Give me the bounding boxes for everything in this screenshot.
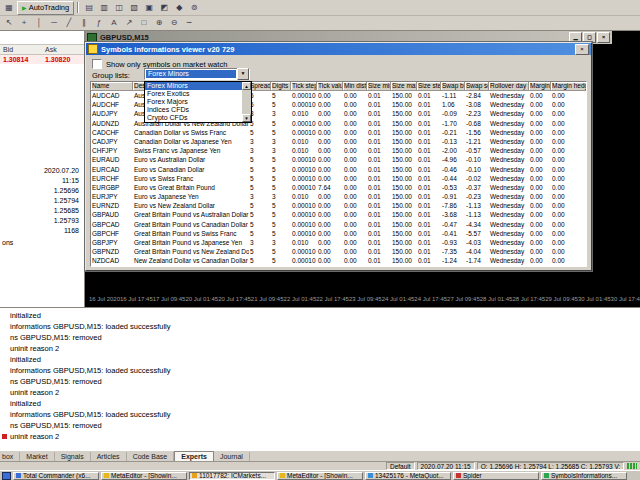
dropdown-scrollbar[interactable]: ▲ ▼: [242, 82, 251, 122]
profile-segment[interactable]: Default: [386, 462, 415, 470]
datetime-segment: 2020.07.20 11:15: [417, 462, 475, 470]
shapes-icon[interactable]: □: [137, 17, 151, 29]
data-window-icon[interactable]: ◫: [112, 2, 126, 14]
table-cell: 0.00: [343, 192, 367, 201]
zoom-out-icon[interactable]: ⊖: [167, 17, 181, 29]
column-header[interactable]: Size min: [367, 82, 391, 91]
group-lists-label: Group lists:: [92, 71, 130, 80]
arrow-icon[interactable]: ↗: [122, 17, 136, 29]
fibonacci-icon[interactable]: ƒ: [92, 17, 106, 29]
table-row[interactable]: EURNZDEuro vs New Zealand Dollar550.0001…: [91, 201, 586, 210]
column-header[interactable]: Margin hedge: [551, 82, 587, 91]
dialog-titlebar[interactable]: Symbols informations viewer v20 729 ×: [86, 43, 591, 55]
table-cell: Wednesday: [489, 155, 529, 164]
taskbar-button[interactable]: Total Commander (x6...: [13, 472, 99, 480]
column-header[interactable]: Size max: [391, 82, 417, 91]
bid-column-header[interactable]: Bid: [0, 45, 42, 54]
column-header[interactable]: Digits: [271, 82, 291, 91]
column-header[interactable]: Size step: [417, 82, 441, 91]
strategy-tester-icon[interactable]: ◩: [157, 2, 171, 14]
taskbar-button[interactable]: 11017782: ICMarkets...: [189, 472, 275, 480]
new-order-icon[interactable]: ▤: [82, 2, 96, 14]
table-cell: -7.35: [441, 247, 465, 256]
ask-column-header[interactable]: Ask: [42, 45, 84, 54]
symbols-informations-icon: [544, 473, 549, 478]
table-row[interactable]: GBPCADGreat Britain Pound vs Canadian Do…: [91, 220, 586, 229]
column-header[interactable]: Swap buy: [441, 82, 465, 91]
dropdown-item[interactable]: Forex Exotics: [145, 90, 242, 98]
taskbar-button[interactable]: SymbolsInformations...: [541, 472, 627, 480]
close-icon[interactable]: ×: [575, 44, 589, 55]
column-header[interactable]: Min dist: [343, 82, 367, 91]
zoom-in-icon[interactable]: ⊕: [152, 17, 166, 29]
timeline-label: 30 Jul 01:45: [578, 296, 611, 302]
scroll-up-icon[interactable]: ▲: [242, 82, 251, 90]
table-row[interactable]: CADJPYCanadian Dollar vs Japanese Yen330…: [91, 137, 586, 146]
table-row[interactable]: GBPNZDGreat Britain Pound vs New Zealand…: [91, 247, 586, 256]
market-watch-icon[interactable]: ▥: [97, 2, 111, 14]
table-cell: 5: [249, 220, 271, 229]
column-header[interactable]: Margin: [529, 82, 551, 91]
table-row[interactable]: GBPJPYGreat Britain Pound vs Japanese Ye…: [91, 238, 586, 247]
timeline-label: 20 Jul 01:45: [185, 296, 218, 302]
table-row[interactable]: EURCHFEuro vs Swiss Franc550.000100.000.…: [91, 174, 586, 183]
scroll-down-icon[interactable]: ▼: [242, 114, 251, 122]
autotrading-button[interactable]: ▶ AutoTrading: [17, 1, 74, 15]
dropdown-item[interactable]: Forex Minors: [145, 82, 242, 90]
table-cell: 0.00: [317, 238, 343, 247]
column-header[interactable]: Tick step: [291, 82, 317, 91]
show-only-market-watch-checkbox[interactable]: [92, 59, 102, 69]
market-watch-price-row[interactable]: 1.30814 1.30820: [0, 55, 84, 64]
log-text: informations GBPUSD,M15: loaded successf…: [10, 410, 171, 419]
column-header[interactable]: Spread: [249, 82, 271, 91]
table-cell: 0.01: [417, 238, 441, 247]
horizontal-line-icon[interactable]: ─: [47, 17, 61, 29]
table-row[interactable]: CADCHFCanadian Dollar vs Swiss Franc550.…: [91, 128, 586, 137]
table-row[interactable]: EURJPYEuro vs Japanese Yen330.0100.000.0…: [91, 192, 586, 201]
table-cell: 0.00: [343, 174, 367, 183]
terminal-icon[interactable]: ▣: [142, 2, 156, 14]
taskbar-button[interactable]: 13425176 - MetaQuot...: [365, 472, 451, 480]
table-cell: 0.00: [529, 247, 551, 256]
charts-grid-icon[interactable]: ▦: [2, 2, 16, 14]
table-row[interactable]: NZDCADNew Zealand Dollar vs Canadian Dol…: [91, 256, 586, 265]
chart-time-axis[interactable]: 16 Jul 202016 Jul 17:4517 Jul 09:4520 Ju…: [89, 296, 637, 302]
trendline-icon[interactable]: ╱: [62, 17, 76, 29]
metaeditor-icon[interactable]: ◆: [172, 2, 186, 14]
taskbar-button[interactable]: MetaEditor - [Showin...: [101, 472, 187, 480]
chevron-down-icon[interactable]: ▼: [237, 68, 249, 80]
taskbar-button[interactable]: MetaEditor - [Showin...: [277, 472, 363, 480]
cursor-icon[interactable]: ↖: [2, 17, 16, 29]
crosshair-icon[interactable]: +: [17, 17, 31, 29]
timeline-label: 24 Jul 01:45: [382, 296, 415, 302]
taskbar-button[interactable]: Spider: [453, 472, 539, 480]
indicators-icon[interactable]: ∼: [182, 17, 196, 29]
text-icon[interactable]: A: [107, 17, 121, 29]
table-row[interactable]: GBPAUDGreat Britain Pound vs Australian …: [91, 210, 586, 219]
dropdown-item[interactable]: Indices CFDs: [145, 106, 242, 114]
navigator-icon[interactable]: ▧: [127, 2, 141, 14]
column-header[interactable]: Rollover day: [489, 82, 529, 91]
column-header[interactable]: Swap sell: [465, 82, 489, 91]
table-cell: 0.00: [317, 109, 343, 118]
table-row[interactable]: EURGBPEuro vs Great Britain Pound550.000…: [91, 183, 586, 192]
dropdown-item[interactable]: Forex Majors: [145, 98, 242, 106]
table-cell: 0.00: [529, 119, 551, 128]
options-icon[interactable]: ⊚: [187, 2, 201, 14]
column-header[interactable]: Name: [91, 82, 133, 91]
group-lists-combobox[interactable]: Forex Minors ▼: [144, 68, 250, 80]
table-row[interactable]: CHFJPYSwiss Franc vs Japanese Yen330.010…: [91, 146, 586, 155]
table-cell: -0.47: [441, 220, 465, 229]
start-button[interactable]: [2, 472, 11, 480]
table-row[interactable]: EURCADEuro vs Canadian Dollar550.000100.…: [91, 165, 586, 174]
log-marker: [2, 379, 7, 384]
table-row[interactable]: GBPCHFGreat Britain Pound vs Swiss Franc…: [91, 229, 586, 238]
dropdown-item[interactable]: Crypto CFDs: [145, 114, 242, 122]
table-cell: -0.93: [441, 238, 465, 247]
channel-icon[interactable]: ∥: [77, 17, 91, 29]
column-header[interactable]: Tick value: [317, 82, 343, 91]
close-icon[interactable]: ×: [597, 32, 610, 43]
log-marker: [2, 357, 7, 362]
table-row[interactable]: EURAUDEuro vs Australian Dollar550.00010…: [91, 155, 586, 164]
vertical-line-icon[interactable]: │: [32, 17, 46, 29]
